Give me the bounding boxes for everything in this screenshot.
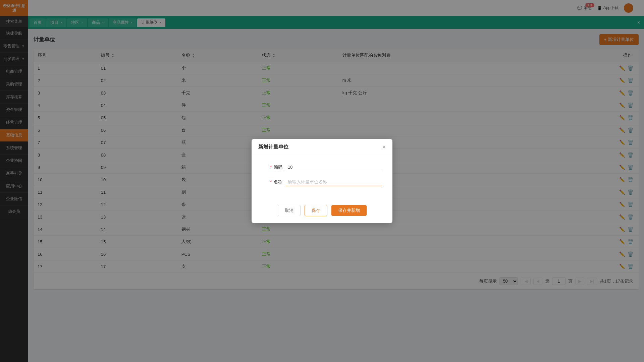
modal-title: 新增计量单位 [258, 144, 288, 150]
code-input[interactable] [286, 163, 382, 171]
name-label: * 名称 [262, 179, 282, 185]
modal-header: 新增计量单位 × [252, 139, 392, 155]
modal-body: * 编码 * 名称 [252, 155, 392, 201]
code-field-row: * 编码 [262, 163, 382, 171]
modal-overlay[interactable]: 新增计量单位 × * 编码 * 名称 取消 保存 保存并新增 [0, 0, 644, 362]
modal-footer: 取消 保存 保存并新增 [252, 201, 392, 223]
modal: 新增计量单位 × * 编码 * 名称 取消 保存 保存并新增 [252, 139, 392, 223]
code-label: * 编码 [262, 164, 282, 170]
required-mark: * [270, 179, 272, 184]
save-and-new-button[interactable]: 保存并新增 [331, 205, 367, 216]
modal-close-button[interactable]: × [383, 144, 386, 150]
name-field-row: * 名称 [262, 178, 382, 186]
cancel-button[interactable]: 取消 [278, 205, 301, 216]
save-button[interactable]: 保存 [305, 205, 327, 216]
required-mark: * [270, 165, 272, 170]
name-input[interactable] [286, 178, 382, 186]
